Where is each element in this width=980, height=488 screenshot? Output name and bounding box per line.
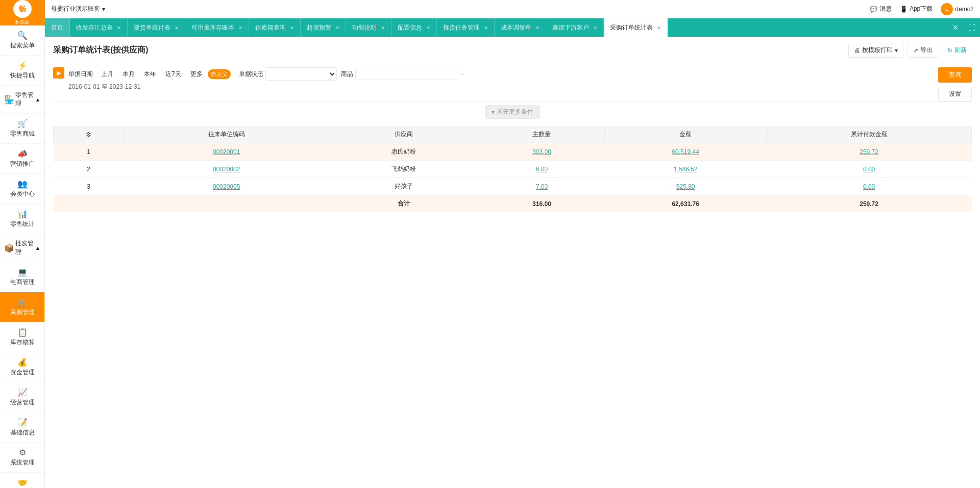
goods-more-btn[interactable]: ···	[459, 70, 464, 78]
sidebar-item-label: 资金管理	[10, 368, 35, 377]
tab-available-stock[interactable]: 可用量库存账本✕	[185, 18, 249, 37]
tab-invite-downstream[interactable]: 邀请下游客户✕	[546, 18, 604, 37]
sidebar-item-marketing[interactable]: 📣 营销推广	[0, 144, 44, 174]
sidebar-item-wholesale-mgmt[interactable]: 📦 批发管理 ▲	[0, 234, 44, 262]
tab-close-icon[interactable]: ✕	[175, 25, 179, 31]
col-header-code: 往来单位编码	[124, 126, 329, 143]
sidebar-item-purchase-mgmt[interactable]: 🛒 采购管理	[0, 292, 44, 322]
close-tab-btn[interactable]: ✕	[947, 18, 964, 37]
goods-input[interactable]	[355, 68, 457, 80]
this-year-btn[interactable]: 本年	[140, 68, 160, 80]
operation-mgmt-icon: 📈	[17, 388, 28, 397]
tab-cost-adjust[interactable]: 成本调整单✕	[495, 18, 546, 37]
main-area: 母婴行业演示账套 ▾ 💬 消息 📱 App下载 E demo2 首页收发存汇总表…	[45, 0, 980, 488]
tab-config-info[interactable]: 配置信息✕	[391, 18, 437, 37]
query-btn[interactable]: 查询	[938, 67, 972, 83]
tab-label: 采购订单统计表	[610, 23, 653, 32]
status-select[interactable]	[265, 67, 337, 81]
tab-close-icon[interactable]: ✕	[657, 25, 661, 31]
tab-close-icon[interactable]: ✕	[484, 25, 488, 31]
tab-picking-task[interactable]: 拣货任务管理✕	[437, 18, 495, 37]
tab-order-summary[interactable]: 要货单统计表✕	[128, 18, 185, 37]
message-btn[interactable]: 💬 消息	[870, 5, 892, 13]
more-date-btn[interactable]: 更多	[186, 68, 207, 80]
tab-close-icon[interactable]: ✕	[290, 25, 294, 31]
app-download-btn[interactable]: 📱 App下载	[900, 5, 933, 13]
row-qty[interactable]: 303.00	[479, 143, 604, 161]
logo-text: 标签版	[15, 19, 29, 25]
tab-function-desc[interactable]: 功能说明✕	[346, 18, 391, 37]
row-qty[interactable]: 7.00	[479, 178, 604, 195]
sidebar-item-quick-nav[interactable]: ⚡ 快捷导航	[0, 56, 44, 86]
fullscreen-btn[interactable]: ⛶	[964, 18, 980, 37]
row-paid[interactable]: 0.00	[767, 178, 972, 195]
sidebar-item-operation-mgmt[interactable]: 📈 经营管理	[0, 382, 44, 413]
expand-conditions-btn[interactable]: ▾ 展开更多条件	[485, 105, 540, 119]
topbar: 母婴行业演示账套 ▾ 💬 消息 📱 App下载 E demo2	[45, 0, 980, 18]
sidebar-item-retail-mgmt[interactable]: 🏪 零售管理 ▲	[0, 86, 44, 114]
sidebar-item-label: 搜索菜单	[10, 41, 35, 50]
sidebar-item-system-mgmt[interactable]: ⚙ 系统管理	[0, 443, 44, 473]
tab-close-icon[interactable]: ✕	[426, 25, 430, 31]
tab-receive-summary[interactable]: 收发存汇总表✕	[70, 18, 128, 37]
chevron-down-icon: ▾	[895, 47, 898, 54]
capital-mgmt-icon: 💰	[17, 357, 28, 367]
last-month-btn[interactable]: 上月	[97, 68, 117, 80]
tab-purchase-order-summary[interactable]: 采购订单统计表✕	[604, 18, 668, 37]
tab-close-icon[interactable]: ✕	[117, 25, 121, 31]
page-header: 采购订单统计表(按供应商) 🖨 按模板打印 ▾ ↗ 导出 ↻ 刷新	[45, 37, 980, 62]
row-code[interactable]: 00020002	[124, 161, 329, 178]
row-paid[interactable]: 0.00	[767, 161, 972, 178]
tab-close-icon[interactable]: ✕	[335, 25, 339, 31]
arrow-icon: ▲	[35, 97, 40, 102]
tab-label: 要货单统计表	[134, 23, 170, 32]
col-header-settings[interactable]: ⚙	[54, 126, 124, 143]
sidebar-item-enterprise-collab[interactable]: 🤝 企业协同	[0, 473, 44, 488]
row-amount[interactable]: 525.80	[605, 178, 767, 195]
sidebar-item-label: 会员中心	[10, 190, 35, 198]
tab-overstock-warning[interactable]: 超储预警✕	[301, 18, 346, 37]
account-dropdown[interactable]: 母婴行业演示账套 ▾	[51, 5, 105, 13]
refresh-btn[interactable]: ↻ 刷新	[942, 43, 972, 57]
message-label: 消息	[879, 5, 892, 13]
this-month-btn[interactable]: 本月	[118, 68, 139, 80]
tab-label: 邀请下游客户	[552, 23, 589, 32]
tab-close-icon[interactable]: ✕	[535, 25, 540, 31]
row-amount[interactable]: 60,519.44	[605, 143, 767, 161]
settings-btn[interactable]: 设置	[938, 87, 972, 101]
sidebar-item-ecommerce-mgmt[interactable]: 💻 电商管理	[0, 262, 44, 292]
sidebar-item-label: 库存核算	[10, 338, 35, 347]
tab-home[interactable]: 首页	[45, 18, 70, 37]
row-code[interactable]: 00020001	[124, 143, 329, 161]
export-btn[interactable]: ↗ 导出	[908, 43, 938, 58]
sidebar-item-retail-shop[interactable]: 🛒 零售商城	[0, 114, 44, 144]
tab-close-icon[interactable]: ✕	[238, 25, 242, 31]
date-label: 单据日期	[68, 70, 93, 79]
row-paid[interactable]: 259.72	[767, 143, 972, 161]
tab-label: 首页	[51, 23, 63, 32]
sidebar-item-member-center[interactable]: 👥 会员中心	[0, 174, 44, 204]
row-qty[interactable]: 6.00	[479, 161, 604, 178]
tab-label: 配置信息	[398, 23, 422, 32]
row-code[interactable]: 00020005	[124, 178, 329, 195]
page-title: 采购订单统计表(按供应商)	[53, 45, 149, 56]
tab-label: 可用量库存账本	[191, 23, 234, 32]
tab-expiry-query[interactable]: 保质期查询✕	[249, 18, 301, 37]
sidebar-item-search[interactable]: 🔍 搜索菜单	[0, 25, 44, 56]
export-icon: ↗	[913, 47, 918, 54]
tab-close-icon[interactable]: ✕	[593, 25, 597, 31]
footer-empty	[54, 195, 124, 213]
sidebar-item-capital-mgmt[interactable]: 💰 资金管理	[0, 352, 44, 382]
print-icon: 🖨	[854, 47, 860, 54]
row-supplier: 好孩子	[329, 178, 479, 195]
row-supplier: 惠氏奶粉	[329, 143, 479, 161]
row-amount[interactable]: 1,586.52	[605, 161, 767, 178]
user-info[interactable]: E demo2	[941, 3, 974, 15]
template-print-btn[interactable]: 🖨 按模板打印 ▾	[848, 43, 903, 58]
sidebar-item-retail-stats[interactable]: 📊 零售统计	[0, 204, 44, 234]
sidebar-item-inventory-check[interactable]: 📋 库存核算	[0, 322, 44, 352]
sidebar-item-basic-info[interactable]: 📝 基础信息	[0, 413, 44, 443]
filter-toggle-btn[interactable]: ▶	[53, 67, 64, 79]
last-7-days-btn[interactable]: 近7天	[161, 68, 185, 80]
tab-close-icon[interactable]: ✕	[381, 25, 385, 31]
